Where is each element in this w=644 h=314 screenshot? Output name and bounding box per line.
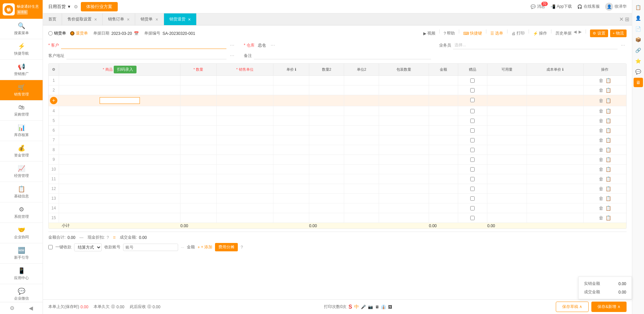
- calendar-icon[interactable]: 📅: [134, 31, 139, 36]
- tab-close-all-icon[interactable]: ✕: [619, 16, 624, 22]
- copy-row-icon-5[interactable]: 📋: [605, 118, 611, 123]
- delete-row-icon-12[interactable]: 🗑: [599, 186, 603, 191]
- gift-checkbox-3[interactable]: [470, 98, 475, 102]
- sidebar-item-marketing[interactable]: 📢 营销推广: [0, 60, 43, 80]
- radio-return-label[interactable]: 退货单: [70, 30, 88, 36]
- sidebar-item-operations[interactable]: 📈 经营管理: [0, 162, 43, 182]
- delete-row-icon-5[interactable]: 🗑: [599, 118, 603, 123]
- remark-input[interactable]: [254, 52, 431, 59]
- right-panel-link[interactable]: 🔗: [634, 46, 643, 55]
- copy-row-icon-9[interactable]: 📋: [605, 157, 611, 162]
- user-profile-btn[interactable]: 👤 徐泽华: [605, 3, 627, 11]
- delete-row-icon-1[interactable]: 🗑: [599, 78, 603, 83]
- gift-checkbox-10[interactable]: [470, 167, 475, 172]
- gift-checkbox-1[interactable]: [470, 78, 475, 83]
- delete-row-icon-6[interactable]: 🗑: [599, 128, 603, 133]
- copy-row-icon-15[interactable]: 📋: [605, 215, 611, 221]
- action-settings-btn[interactable]: ⚙ 设置: [590, 29, 608, 37]
- delete-row-icon-14[interactable]: 🗑: [599, 205, 603, 211]
- tab-home[interactable]: 首页: [43, 13, 62, 25]
- tab-sales-order[interactable]: 销售订单 ×: [103, 13, 135, 25]
- copy-row-icon-8[interactable]: 📋: [605, 147, 611, 152]
- expense-btn[interactable]: 费用分摊: [215, 243, 238, 251]
- right-panel-chat[interactable]: 💬: [634, 67, 643, 76]
- delete-row-icon-2[interactable]: 🗑: [599, 87, 603, 93]
- gift-checkbox-11[interactable]: [470, 177, 475, 181]
- action-print[interactable]: 🖨 打印: [512, 29, 525, 37]
- right-panel-star[interactable]: ⭐: [634, 56, 643, 66]
- next-icon[interactable]: ▶: [579, 29, 582, 37]
- sidebar-item-search[interactable]: 🔍 搜索菜单: [0, 19, 43, 39]
- customer-input[interactable]: [61, 42, 226, 49]
- account-dots[interactable]: ···: [181, 245, 184, 250]
- sidebar-item-app[interactable]: 📱 应用中心: [0, 264, 43, 284]
- delete-row-icon-9[interactable]: 🗑: [599, 157, 603, 162]
- sidebar-item-finance[interactable]: 💰 资金管理: [0, 141, 43, 162]
- delete-row-icon-15[interactable]: 🗑: [599, 215, 603, 221]
- action-help[interactable]: ? 帮助: [444, 29, 455, 37]
- action-operate[interactable]: ⚡ 操作: [533, 29, 547, 37]
- staff-input[interactable]: 选择...: [453, 41, 617, 49]
- product-input-3[interactable]: [100, 97, 140, 104]
- tool-icon-img[interactable]: 🖼: [388, 305, 392, 309]
- tool-icon-mic[interactable]: 🎤: [361, 305, 366, 309]
- tab-close-return[interactable]: ×: [188, 17, 191, 22]
- action-shortcut[interactable]: ⌨ 快捷键: [463, 29, 482, 37]
- delete-row-icon-11[interactable]: 🗑: [599, 176, 603, 182]
- address-input[interactable]: [66, 52, 226, 59]
- account-input[interactable]: [123, 244, 178, 251]
- tab-return[interactable]: 销货退货 ×: [164, 13, 197, 25]
- settings-bottom-icon[interactable]: ⚙: [10, 305, 14, 311]
- tab-close-sales[interactable]: ×: [155, 17, 158, 22]
- action-history[interactable]: 历史单据: [555, 29, 572, 37]
- gift-checkbox-7[interactable]: [470, 138, 475, 142]
- prev-icon[interactable]: ◀: [574, 29, 577, 37]
- delete-row-icon-8[interactable]: 🗑: [599, 147, 603, 152]
- copy-row-icon-6[interactable]: 📋: [605, 128, 611, 133]
- radio-return[interactable]: [70, 31, 74, 36]
- gift-checkbox-8[interactable]: [470, 148, 475, 152]
- copy-row-icon-14[interactable]: 📋: [605, 205, 611, 211]
- right-panel-doc[interactable]: 📄: [634, 24, 643, 34]
- topbar-gear-icon[interactable]: ⚙: [74, 4, 78, 9]
- gift-checkbox-14[interactable]: [470, 206, 475, 210]
- sidebar-item-purchase[interactable]: 🛍 采购管理: [0, 101, 43, 121]
- copy-row-icon-13[interactable]: 📋: [605, 196, 611, 201]
- tab-price-settings[interactable]: 售价提取设置 ×: [62, 13, 103, 25]
- sidebar-item-cooperation[interactable]: 🤝 企业协同: [0, 223, 43, 243]
- copy-row-icon-7[interactable]: 📋: [605, 137, 611, 143]
- action-logistics-btn[interactable]: + 物流: [610, 29, 627, 37]
- gift-checkbox-12[interactable]: [470, 187, 475, 191]
- gift-checkbox-13[interactable]: [470, 196, 475, 201]
- right-panel-user[interactable]: 👤: [634, 13, 643, 23]
- copy-row-icon-1[interactable]: 📋: [605, 78, 611, 83]
- sidebar-item-shortcut[interactable]: ⚡ 快捷导航: [0, 39, 43, 60]
- gift-checkbox-9[interactable]: [470, 158, 475, 162]
- one-click-payment-checkbox[interactable]: [48, 245, 53, 249]
- copy-row-icon-4[interactable]: 📋: [605, 108, 611, 114]
- right-panel-box[interactable]: 📦: [634, 35, 643, 44]
- sidebar-item-weixin[interactable]: 💬 企业微信: [0, 284, 43, 302]
- action-video[interactable]: ▶ 视频: [423, 29, 435, 37]
- gift-checkbox-6[interactable]: [470, 128, 475, 133]
- gift-checkbox-4[interactable]: [470, 109, 475, 113]
- delete-row-icon-3[interactable]: 🗑: [599, 98, 603, 103]
- discount-help-icon[interactable]: ?: [107, 235, 109, 240]
- save-new-btn[interactable]: 保存&新增 ∧: [591, 302, 627, 312]
- business-selector[interactable]: 日用百货 ▼: [48, 4, 71, 10]
- tool-icon-cam[interactable]: 📷: [368, 305, 373, 309]
- gift-checkbox-5[interactable]: [470, 119, 475, 123]
- calc-method-select[interactable]: 结算方式: [74, 243, 102, 251]
- copy-row-icon-10[interactable]: 📋: [605, 167, 611, 172]
- warehouse-dots[interactable]: ···: [269, 42, 276, 48]
- delete-row-icon-10[interactable]: 🗑: [599, 167, 603, 172]
- customer-dots[interactable]: ···: [228, 42, 235, 48]
- online-service-btn[interactable]: 🎧 在线客服: [577, 4, 600, 9]
- gift-checkbox-15[interactable]: [470, 216, 475, 220]
- action-select[interactable]: ☰ 选单: [490, 29, 503, 37]
- radio-sale-label[interactable]: 销货单: [48, 30, 66, 36]
- sidebar-item-basic[interactable]: 📋 基础信息: [0, 182, 43, 202]
- sidebar-item-sales[interactable]: 🛒 销售管理: [0, 80, 43, 101]
- copy-row-icon-12[interactable]: 📋: [605, 186, 611, 191]
- tool-icon-person[interactable]: 👔: [381, 305, 386, 309]
